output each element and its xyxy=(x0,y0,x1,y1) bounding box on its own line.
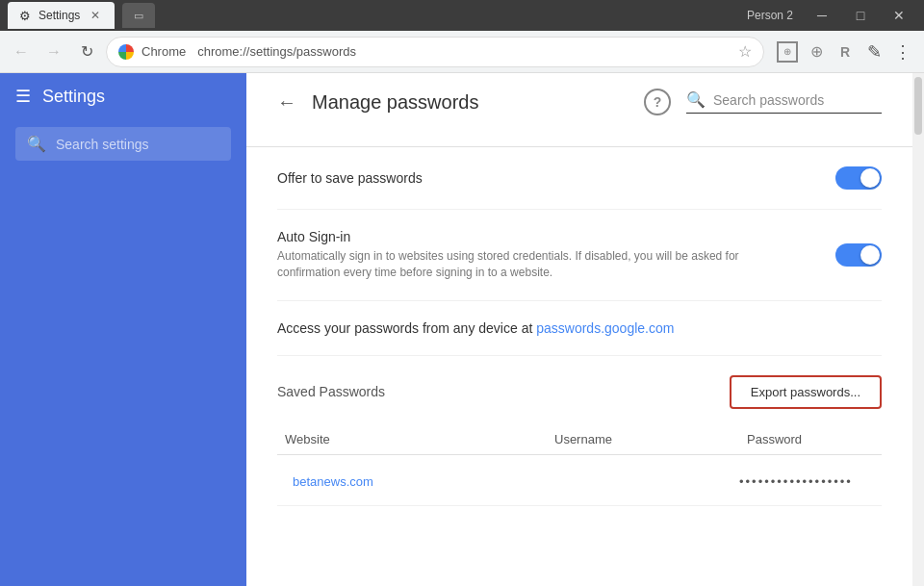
back-btn[interactable]: ← xyxy=(277,91,296,114)
tab-settings-label: Settings xyxy=(38,9,80,22)
search-passwords-input[interactable] xyxy=(713,92,882,108)
saved-passwords-title: Saved Passwords xyxy=(277,384,385,399)
reload-btn[interactable]: ↻ xyxy=(73,38,100,65)
address-full: chrome://settings/passwords xyxy=(197,44,356,59)
auto-signin-row: Auto Sign-in Automatically sign in to we… xyxy=(277,210,882,301)
titlebar-controls: Person 2 ─ □ ✕ xyxy=(747,2,916,29)
more-menu-btn[interactable]: ⋮ xyxy=(889,38,916,65)
export-passwords-btn[interactable]: Export passwords... xyxy=(730,375,882,409)
search-passwords-icon: 🔍 xyxy=(686,90,706,109)
extension-btn-4[interactable]: ✎ xyxy=(860,38,887,65)
auto-signin-toggle-track[interactable] xyxy=(835,243,882,267)
password-site-link[interactable]: betanews.com xyxy=(277,474,547,489)
auto-signin-label: Auto Sign-in xyxy=(277,229,805,244)
titlebar-left: ⚙ Settings ✕ ▭ xyxy=(8,2,155,29)
tab-close-btn[interactable]: ✕ xyxy=(88,8,103,23)
person-label: Person 2 xyxy=(747,9,793,22)
sidebar: ☰ Settings 🔍 xyxy=(0,73,246,586)
scrollbar-thumb[interactable] xyxy=(914,77,922,135)
inactive-tab[interactable]: ▭ xyxy=(122,3,155,28)
extension-btn-2[interactable]: ⊕ xyxy=(803,38,830,65)
ext-icon-3: R xyxy=(840,44,850,60)
passwords-page: ← Manage passwords ? 🔍 Offer to save pas… xyxy=(246,73,912,522)
offer-save-label: Offer to save passwords xyxy=(277,170,805,186)
chrome-icon xyxy=(118,44,134,60)
tab-settings-icon: ⚙ xyxy=(19,9,31,23)
restore-btn[interactable]: □ xyxy=(843,2,878,29)
passwords-table-header: Website Username Password xyxy=(277,424,882,455)
extension-btn-3[interactable]: R xyxy=(832,38,859,65)
titlebar: ⚙ Settings ✕ ▭ Person 2 ─ □ ✕ xyxy=(0,0,924,31)
main-content: ← Manage passwords ? 🔍 Offer to save pas… xyxy=(246,73,912,586)
page-header-left: ← Manage passwords xyxy=(277,91,478,114)
saved-passwords-header: Saved Passwords Export passwords... xyxy=(277,375,882,409)
close-btn[interactable]: ✕ xyxy=(882,2,916,29)
offer-save-toggle[interactable] xyxy=(835,166,882,190)
tab-new-icon: ▭ xyxy=(134,10,143,22)
page-title: Manage passwords xyxy=(312,91,478,114)
extension-icon-1: ⊕ xyxy=(777,41,798,63)
auto-signin-toggle-thumb xyxy=(860,245,880,265)
settings-layout: ☰ Settings 🔍 ← Manage passwords ? 🔍 xyxy=(0,73,924,586)
address-bar[interactable]: Chrome chrome://settings/passwords ☆ xyxy=(106,37,764,67)
auto-signin-toggle[interactable] xyxy=(835,243,882,267)
scrollbar[interactable] xyxy=(912,73,924,586)
search-settings-bar[interactable]: 🔍 xyxy=(15,127,231,161)
sidebar-header: ☰ Settings xyxy=(0,73,246,119)
search-settings-icon: 🔍 xyxy=(27,135,46,153)
sidebar-title: Settings xyxy=(42,87,105,107)
page-header-right: ? 🔍 xyxy=(644,89,882,115)
search-settings-input[interactable] xyxy=(56,137,224,152)
saved-passwords-section: Saved Passwords Export passwords... Webs… xyxy=(277,356,882,506)
google-passwords-row: Access your passwords from any device at… xyxy=(277,301,882,356)
address-text: chrome://settings/passwords xyxy=(197,44,731,59)
password-dots: •••••••••••••••••• xyxy=(739,474,912,489)
col-header-website: Website xyxy=(277,432,547,446)
auto-signin-info: Auto Sign-in Automatically sign in to we… xyxy=(277,229,835,281)
help-btn[interactable]: ? xyxy=(644,89,671,115)
page-header: ← Manage passwords ? 🔍 xyxy=(277,89,882,123)
hamburger-icon[interactable]: ☰ xyxy=(15,86,31,107)
offer-save-toggle-track[interactable] xyxy=(835,166,882,190)
browser-toolbar: ← → ↻ Chrome chrome://settings/passwords… xyxy=(0,31,924,73)
forward-nav-btn[interactable]: → xyxy=(40,38,67,65)
offer-save-info: Offer to save passwords xyxy=(277,170,835,186)
bookmark-icon[interactable]: ☆ xyxy=(738,42,752,61)
chrome-label: Chrome xyxy=(141,44,186,59)
back-nav-btn[interactable]: ← xyxy=(8,38,35,65)
toolbar-extensions: ⊕ ⊕ R ✎ ⋮ xyxy=(774,38,916,65)
table-row: betanews.com •••••••••••••••••• 👁 ⋮ xyxy=(277,459,882,506)
col-header-password: Password xyxy=(739,432,912,446)
offer-save-row: Offer to save passwords xyxy=(277,147,882,210)
minimize-btn[interactable]: ─ xyxy=(805,2,839,29)
auto-signin-description: Automatically sign in to websites using … xyxy=(277,248,805,281)
extension-btn-1[interactable]: ⊕ xyxy=(774,38,801,65)
col-header-username: Username xyxy=(547,432,739,446)
offer-save-toggle-thumb xyxy=(860,168,880,188)
active-tab[interactable]: ⚙ Settings ✕ xyxy=(8,2,115,29)
google-access-text: Access your passwords from any device at xyxy=(277,320,532,336)
search-passwords-bar[interactable]: 🔍 xyxy=(686,90,882,114)
google-passwords-link[interactable]: passwords.google.com xyxy=(536,320,674,336)
